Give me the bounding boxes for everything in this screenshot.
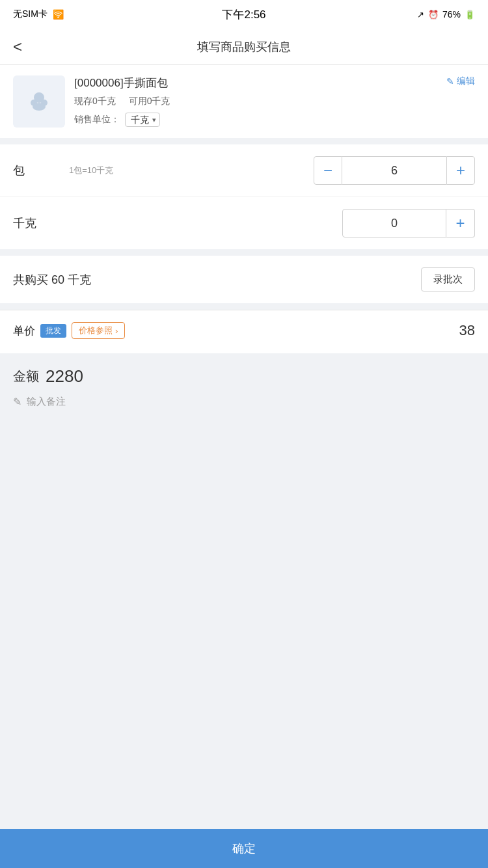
price-ref-label: 价格参照: [79, 325, 113, 336]
price-ref-arrow: ›: [115, 326, 118, 336]
price-row: 单价 批发 价格参照 › 38: [13, 322, 475, 339]
available-label: 可用0千克: [129, 96, 170, 106]
price-tag: 批发: [40, 324, 66, 338]
quantity-input-bao[interactable]: [342, 156, 446, 185]
product-name: [0000006]手撕面包: [74, 75, 168, 90]
amount-value: 2280: [46, 366, 83, 387]
summary-text: 共购买 60 千克: [13, 272, 91, 288]
edit-icon: ✎: [446, 76, 454, 87]
amount-label: 金额: [13, 368, 39, 385]
amount-row: 金额 2280: [13, 366, 475, 387]
product-card: [0000006]手撕面包 ✎ 编辑 现存0千克 可用0千克 销售单位： 千克 …: [0, 65, 488, 138]
unit-select-wrapper[interactable]: 千克 包: [125, 113, 160, 127]
note-placeholder: 输入备注: [27, 396, 66, 408]
nav-bar: < 填写商品购买信息: [0, 29, 488, 65]
product-image: [13, 75, 65, 128]
price-ref-button[interactable]: 价格参照 ›: [72, 322, 125, 339]
alarm-icon: ⏰: [428, 10, 439, 20]
stock-label: 现存0千克: [74, 96, 116, 106]
quantity-row-kg: 千克 +: [0, 197, 488, 249]
quantity-row-bao: 包 1包=10千克 − +: [0, 144, 488, 197]
carrier-label: 无SIM卡: [13, 8, 47, 20]
decrement-bao-button[interactable]: −: [314, 156, 342, 185]
page-title: 填写商品购买信息: [197, 39, 291, 55]
status-time: 下午2:56: [222, 7, 265, 22]
unit-label: 销售单位：: [74, 114, 120, 126]
product-unit-row: 销售单位： 千克 包: [74, 113, 475, 127]
price-label: 单价: [13, 323, 35, 338]
quantity-sublabel-bao: 1包=10千克: [69, 165, 113, 176]
amount-section: 金额 2280 ✎ 输入备注: [0, 353, 488, 829]
batch-button[interactable]: 录批次: [421, 267, 475, 292]
back-button[interactable]: <: [13, 38, 22, 56]
confirm-label: 确定: [232, 841, 256, 856]
product-stock: 现存0千克 可用0千克: [74, 96, 475, 107]
edit-label: 编辑: [457, 75, 475, 87]
edit-button[interactable]: ✎ 编辑: [446, 75, 475, 87]
quantity-controls-kg: +: [342, 209, 475, 237]
unit-select[interactable]: 千克 包: [125, 113, 160, 127]
quantity-input-kg[interactable]: [342, 209, 446, 237]
price-section: 单价 批发 价格参照 › 38: [0, 310, 488, 353]
increment-kg-button[interactable]: +: [446, 209, 475, 237]
svg-point-3: [33, 103, 46, 111]
wifi-icon: 🛜: [53, 9, 64, 20]
quantity-label-kg: 千克: [13, 215, 65, 231]
location-icon: ↗: [417, 10, 424, 20]
battery-label: 76%: [442, 9, 461, 20]
price-value: 38: [459, 322, 475, 339]
quantity-section: 包 1包=10千克 − + 千克 +: [0, 144, 488, 249]
note-row[interactable]: ✎ 输入备注: [13, 396, 475, 408]
battery-icon: 🔋: [465, 10, 475, 20]
status-right: ↗ ⏰ 76% 🔋: [417, 9, 475, 20]
quantity-controls-bao: − +: [314, 156, 475, 185]
summary-section: 共购买 60 千克 录批次: [0, 256, 488, 303]
status-left: 无SIM卡 🛜: [13, 8, 64, 20]
product-info: [0000006]手撕面包 ✎ 编辑 现存0千克 可用0千克 销售单位： 千克 …: [74, 75, 475, 127]
confirm-button[interactable]: 确定: [0, 829, 488, 868]
status-bar: 无SIM卡 🛜 下午2:56 ↗ ⏰ 76% 🔋: [0, 0, 488, 29]
quantity-label-bao: 包: [13, 163, 65, 178]
product-thumbnail-icon: [23, 86, 55, 117]
increment-bao-button[interactable]: +: [446, 156, 475, 185]
note-icon: ✎: [13, 396, 21, 408]
